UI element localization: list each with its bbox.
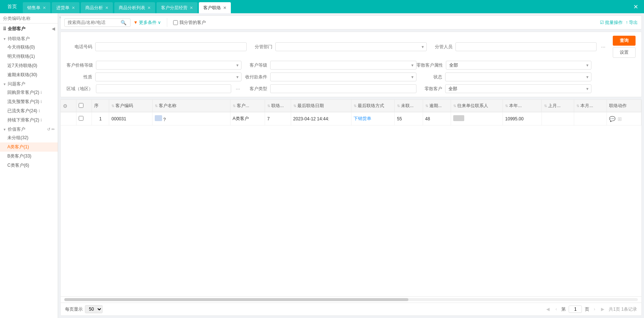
settings-button[interactable]: 设置 [613,47,636,58]
last-method-link[interactable]: 下销货单 [354,116,371,121]
phone-input[interactable] [95,42,247,51]
tab-close-icon[interactable]: ✕ [43,6,46,10]
price-level-select[interactable] [96,61,242,70]
sidebar-item-7days[interactable]: 近7天待联络(0) [0,61,58,70]
chat-action-icon[interactable]: 💬 [609,116,615,122]
tab-customer-contact[interactable]: 客户联络 ✕ [199,2,231,13]
person-label: 分管人员 [427,44,452,50]
table-scroll[interactable]: ⚙ 序 ⇅客户编码 ⇅客户名称 [61,100,641,296]
col-seq-header: 序 [92,100,109,112]
row-checkbox[interactable] [79,116,83,121]
retail-cust-select[interactable]: 全部 [445,84,591,93]
export-btn[interactable]: ↑ 导出 [626,20,638,26]
more-conditions-btn[interactable]: ▼ 更多条件 ∨ [133,20,161,26]
payment-select[interactable] [270,73,416,81]
sort-icon[interactable]: ⇅ [576,104,579,108]
edit-icon[interactable]: ✏ [51,127,55,132]
cell-code: 000031 [109,112,153,126]
sort-icon[interactable]: ⇅ [293,104,296,108]
first-page-btn[interactable]: ◀ [545,307,551,312]
sort-icon[interactable]: ⇅ [544,104,547,108]
filter-cell-cust-level: 客户等级 ▼ [242,61,416,70]
sidebar-item-repurchase-abnormal[interactable]: 回购异常客户(2) ℹ [0,88,58,97]
filter-actions: 查询 设置 [607,36,636,58]
sort-icon[interactable]: ⇅ [453,104,456,108]
search-input[interactable] [68,20,119,25]
tab-close-icon[interactable]: ✕ [223,6,226,10]
retail-attr-select[interactable]: 全部 [446,61,591,70]
sort-icon[interactable]: ⇅ [505,104,508,108]
tab-close-icon[interactable]: ✕ [190,6,193,10]
grid-action-icon[interactable]: ⊞ [618,116,622,122]
per-page-select[interactable]: 50 [85,305,103,313]
sidebar-item-overdue[interactable]: 逾期未联络(30) [0,70,58,80]
page-nav: ◀ ‹ 第 页 › ▶ 共1页 1条记录 [545,305,637,313]
sort-icon[interactable]: ⇅ [354,104,357,108]
area-more-icon[interactable]: ··· [234,86,242,92]
per-page-label: 每页显示 [65,306,83,312]
area-input[interactable] [96,84,231,93]
retail-attr-label: 零散客户属性 [416,62,443,68]
search-submit-icon[interactable]: 🔍 [121,20,126,25]
cust-type-input[interactable] [270,84,416,93]
tab-sales-order[interactable]: 销售单 ✕ [23,2,50,13]
cust-level-select[interactable] [270,61,416,70]
refresh-icon[interactable]: ↺ [47,127,50,132]
value-group-title[interactable]: 价值客户 [3,126,25,132]
sort-icon[interactable]: ⇅ [111,104,114,108]
sort-icon[interactable]: ⇅ [267,104,270,108]
sidebar-item-tomorrow[interactable]: 明天待联络(1) [0,52,58,61]
payment-wrapper: ▼ [270,73,416,81]
last-page-btn[interactable]: ▶ [600,307,606,312]
filter-row-1: 电话号码 分管部门 ▼ 分管人员 ··· 查询 设置 [67,36,636,58]
select-all-checkbox[interactable] [79,103,83,108]
home-tab[interactable]: 首页 [3,0,21,13]
tab-close-icon[interactable]: ✕ [105,6,108,10]
query-button[interactable]: 查询 [613,36,636,46]
window-close-button[interactable]: ✕ [630,2,641,12]
table-settings-icon[interactable]: ⚙ [63,103,68,109]
dept-select[interactable] [275,42,427,51]
prev-page-btn[interactable]: ‹ [554,307,558,312]
sort-icon[interactable]: ⇅ [425,104,428,108]
all-customers-header[interactable]: ⠿ 全部客户 ◀ [0,24,58,34]
sort-icon[interactable]: ⇅ [155,104,158,108]
tab-product-analysis-list[interactable]: 商品分析列表 ✕ [114,2,155,13]
tab-customer-segment[interactable]: 客户分层经营 ✕ [157,2,197,13]
person-more-icon[interactable]: ··· [600,44,607,50]
tab-product-analysis[interactable]: 商品分析 ✕ [81,2,113,13]
sidebar-item-class-b[interactable]: B类客户(33) [0,152,58,161]
tab-close-icon[interactable]: ✕ [147,6,151,10]
tab-close-icon[interactable]: ✕ [72,6,75,10]
nature-select[interactable] [95,73,242,81]
batch-op-btn[interactable]: ☑ 批量操作 [600,20,623,26]
sidebar-item-class-c[interactable]: C类客户(6) [0,161,58,170]
col-name-header: ⇅客户名称 [152,100,230,112]
person-input[interactable] [455,42,597,51]
sidebar-item-class-a[interactable]: A类客户(1) [0,142,58,152]
payment-label: 收付款条件 [242,74,267,80]
sort-icon[interactable]: ⇅ [397,104,400,108]
status-select[interactable] [445,73,591,81]
sidebar-group-problem[interactable]: 问题客户 [0,80,58,88]
col-overdue-header: ⇅逾期... [423,100,451,112]
next-page-btn[interactable]: › [592,307,597,312]
sidebar-item-churned[interactable]: 已流失客户(24) ℹ [0,106,58,116]
sidebar-group-pending[interactable]: 待联络客户 [0,34,58,43]
sidebar-item-today[interactable]: 今天待联络(0) [0,43,58,52]
scrollbar-thumb[interactable] [64,298,408,301]
collapse-icon[interactable]: ◀ [52,26,55,31]
page-input[interactable] [569,305,582,313]
tab-purchase-order[interactable]: 进货单 ✕ [52,2,79,13]
sidebar-item-churn-warning[interactable]: 流失预警客户(3) ℹ [0,97,58,106]
sort-icon[interactable]: ⇅ [233,104,236,108]
my-customers-checkbox[interactable]: 我分管的客户 [173,20,206,26]
my-customers-label: 我分管的客户 [179,20,206,26]
sidebar-search-input[interactable] [3,16,58,21]
sidebar-item-declining[interactable]: 持续下滑客户(2) ℹ [0,116,58,125]
my-customers-check[interactable] [173,20,178,25]
cell-actions: 💬 ⊞ [607,112,641,126]
sidebar-item-unclassified[interactable]: 未分组(32) [0,133,58,142]
horizontal-scrollbar[interactable] [61,296,641,303]
filter-cell-status: 状态 ▼ [416,73,591,81]
